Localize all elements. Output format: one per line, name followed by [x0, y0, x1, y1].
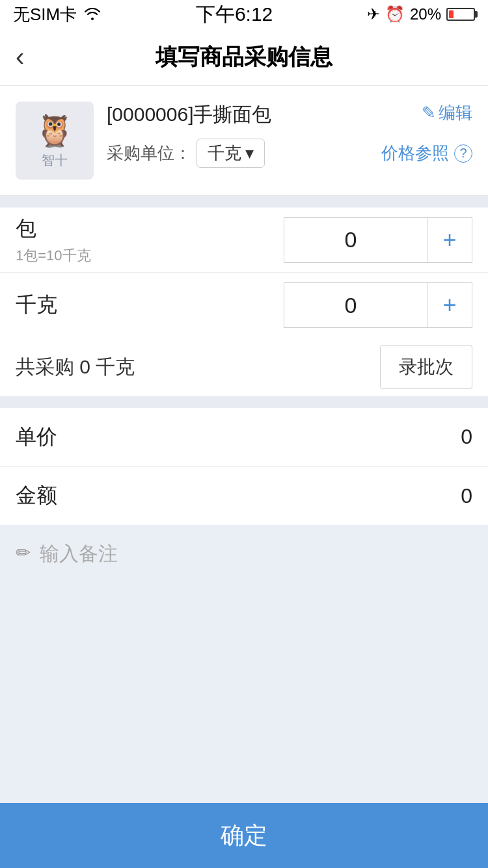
edit-label: 编辑 [439, 102, 472, 124]
amount-value: 0 [461, 484, 472, 508]
battery-fill [449, 10, 454, 18]
section-divider-1 [0, 196, 488, 208]
note-placeholder: 输入备注 [40, 541, 118, 567]
status-bar: 无SIM卡 下午6:12 ✈ ⏰ 20% [0, 0, 488, 29]
total-text: 共采购 0 千克 [16, 354, 135, 381]
price-ref-label: 价格参照 [381, 142, 449, 165]
unit-label-text: 采购单位： [107, 142, 191, 165]
bao-quantity-input[interactable] [284, 217, 427, 263]
wifi-icon [83, 5, 102, 25]
page-title: 填写商品采购信息 [156, 42, 332, 72]
price-info-section: 单价 0 金额 0 [0, 408, 488, 525]
status-left: 无SIM卡 [13, 3, 102, 26]
product-card: 🦉 智十 [0000006]手撕面包 ✎ 编辑 采购单位： 千克 ▾ 价格参照 … [0, 86, 488, 196]
kg-quantity-input[interactable] [284, 282, 427, 328]
bao-input-control: + [284, 217, 472, 263]
status-right: ✈ ⏰ 20% [367, 5, 475, 23]
bao-main-label: 包 [16, 215, 91, 243]
kg-input-control: + [284, 282, 472, 328]
product-info: [0000006]手撕面包 ✎ 编辑 采购单位： 千克 ▾ 价格参照 ? [107, 102, 472, 168]
unit-label: 采购单位： 千克 ▾ [107, 139, 265, 168]
confirm-button[interactable]: 确定 [0, 803, 488, 868]
unit-value: 千克 [208, 142, 241, 165]
unit-select[interactable]: 千克 ▾ [197, 139, 265, 168]
battery-icon [446, 8, 475, 21]
unit-dropdown-icon: ▾ [245, 143, 254, 163]
unit-price-label: 单价 [16, 423, 57, 452]
back-button[interactable]: ‹ [16, 42, 24, 72]
amount-row: 金额 0 [0, 467, 488, 525]
bao-sub-label: 1包=10千克 [16, 246, 91, 265]
brand-text: 智十 [42, 152, 68, 169]
main-content-area [0, 603, 488, 824]
edit-button[interactable]: ✎ 编辑 [422, 102, 472, 124]
bao-label: 包 1包=10千克 [16, 215, 91, 265]
edit-icon: ✎ [422, 103, 436, 123]
bao-row: 包 1包=10千克 + [0, 208, 488, 273]
product-name: [0000006]手撕面包 [107, 102, 271, 128]
kg-label: 千克 [16, 291, 57, 319]
location-icon: ✈ [367, 5, 380, 23]
batch-button[interactable]: 录批次 [380, 345, 472, 389]
kg-row: 千克 + [0, 273, 488, 338]
unit-price-value: 0 [461, 425, 472, 449]
unit-row: 采购单位： 千克 ▾ 价格参照 ? [107, 139, 472, 168]
kg-plus-button[interactable]: + [427, 282, 472, 328]
status-time: 下午6:12 [196, 1, 273, 28]
bao-plus-button[interactable]: + [427, 217, 472, 263]
back-chevron: ‹ [16, 42, 24, 72]
nav-bar: ‹ 填写商品采购信息 [0, 29, 488, 86]
amount-label: 金额 [16, 481, 57, 510]
carrier-text: 无SIM卡 [13, 3, 77, 26]
alarm-icon: ⏰ [385, 5, 405, 23]
product-image: 🦉 智十 [16, 102, 94, 180]
total-row: 共采购 0 千克 录批次 [0, 338, 488, 396]
product-owl-icon: 🦉 [35, 113, 74, 149]
section-divider-2 [0, 396, 488, 408]
note-section[interactable]: ✏ 输入备注 [0, 525, 488, 603]
product-title-row: [0000006]手撕面包 ✎ 编辑 [107, 102, 472, 128]
price-ref-button[interactable]: 价格参照 ? [381, 142, 472, 165]
unit-price-row: 单价 0 [0, 408, 488, 467]
input-section: 包 1包=10千克 + 千克 + [0, 208, 488, 338]
price-ref-help-icon: ? [454, 144, 472, 163]
kg-main-label: 千克 [16, 291, 57, 319]
pencil-icon: ✏ [16, 542, 31, 563]
battery-percent: 20% [410, 5, 441, 23]
